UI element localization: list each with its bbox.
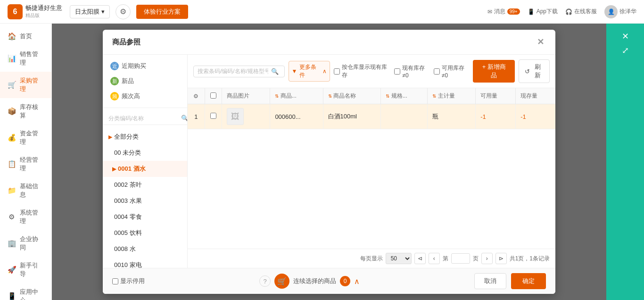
logo-area: 6 畅捷通好生意 精品版 [8,4,64,19]
refresh-button[interactable]: ↺ 刷新 [519,59,550,83]
show-disabled-label[interactable]: 显示停用 [112,277,145,285]
row-checkbox-cell [205,104,222,129]
footer-cart-area: ? 🛒 连续选择的商品 0 ∧ [259,274,360,289]
sidebar-item-finance[interactable]: 💰 资金管理 [0,125,51,151]
sidebar: 🏠 首页 📊 销售管理 🛒 采购管理 📦 库存核算 💰 资金管理 📋 经营管理 … [0,24,52,300]
current-stock-checkbox[interactable] [394,68,400,75]
online-service-btn[interactable]: 🎧 在线客服 [565,8,597,16]
collapse-icon[interactable]: ∧ [354,277,360,286]
search-icon[interactable]: 🔍 [271,68,279,75]
messages-btn[interactable]: ✉ 消息 99+ [487,8,520,16]
tree-item-liquor[interactable]: ▶ 0001 酒水 [103,161,187,177]
col-spec-header[interactable]: ⇅ 规格... [381,88,428,104]
tree-item-snack[interactable]: 0004 零食 [103,209,187,225]
tree-item-uncategorized[interactable]: 00 未分类 [103,145,187,161]
select-all-checkbox[interactable] [210,92,216,99]
tree-search-icon[interactable]: 🔍 [181,115,188,122]
row-spec-cell [381,104,428,129]
last-page-button[interactable]: ⊳ [495,253,507,264]
message-icon: ✉ [487,8,492,15]
per-page-select[interactable]: 50 100 200 [386,253,412,264]
tree-item-beverage[interactable]: 0005 饮料 [103,225,187,241]
messages-badge: 99+ [507,8,520,15]
filter-more-button[interactable]: ▼ 更多条件 ∧ [289,61,330,82]
trial-button[interactable]: 体验行业方案 [136,5,188,19]
enterprise-icon: 🏢 [8,239,16,248]
category-tree-panel: 近 近期购买 新 新品 频 频次高 [103,55,188,268]
row-num: 1 [188,104,205,129]
sidebar-item-purchase[interactable]: 🛒 采购管理 [0,72,51,98]
current-stock-label[interactable]: 现有库存≠0 [394,64,430,79]
sidebar-item-management[interactable]: 📋 经营管理 [0,151,51,177]
product-search-box: 🔍 [193,66,285,77]
sidebar-item-sales[interactable]: 📊 销售管理 [0,45,51,72]
modal-body: 近 近期购买 新 新品 频 频次高 [103,55,555,268]
tree-search-input[interactable] [108,115,179,122]
tree-item-water[interactable]: 0008 水 [103,241,187,257]
sidebar-item-apps[interactable]: 📱 应用中心 [0,283,51,300]
sidebar-item-home[interactable]: 🏠 首页 [0,27,51,45]
user-area[interactable]: 👤 徐泽华 [604,5,636,18]
table-row[interactable]: 1 🖼 000600... 白酒100ml [188,104,555,129]
sidebar-item-base-info[interactable]: 📁 基础信息 [0,177,51,204]
col-checkbox [205,88,222,104]
refresh-icon: ↺ [525,68,530,75]
next-page-button[interactable]: › [481,253,493,264]
warehouse-filter-checkbox[interactable] [334,68,340,75]
quick-item-freq[interactable]: 频 频次高 [107,89,183,104]
quick-item-recent[interactable]: 近 近期购买 [107,58,183,74]
tree-item-tea[interactable]: 0002 茶叶 [103,177,187,193]
confirm-button[interactable]: 确定 [511,273,546,289]
app-download-btn[interactable]: 📱 App下载 [528,8,558,16]
top-nav: 6 畅捷通好生意 精品版 日太阳膜 ▾ ⚙ 体验行业方案 ✉ 消息 99+ 📱 … [0,0,644,24]
sidebar-item-system[interactable]: ⚙ 系统管理 [0,204,51,230]
product-table-panel: 🔍 ▼ 更多条件 ∧ 按仓库显示现有库存 [188,55,555,268]
available-stock-checkbox[interactable] [434,68,440,75]
finance-icon: 💰 [8,133,16,142]
tree-item-fruit[interactable]: 0003 水果 [103,193,187,209]
settings-icon[interactable]: ⚙ [116,4,131,19]
warehouse-filter-label[interactable]: 按仓库显示现有库存 [334,63,391,79]
available-stock-label[interactable]: 可用库存≠0 [434,64,470,79]
col-code-header[interactable]: ⇅ 商品... [270,88,323,104]
col-image-header: 商品图片 [222,88,270,104]
right-expand-icon[interactable]: ⤢ [622,45,629,56]
quick-item-new[interactable]: 新 新品 [107,74,183,89]
show-disabled-checkbox[interactable] [112,278,118,284]
modal-close-button[interactable]: ✕ [535,36,546,48]
product-table-wrapper: ⚙ 商品图片 [188,88,555,249]
cancel-button[interactable]: 取消 [474,273,506,289]
row-available-cell: -1 [476,104,516,129]
tree-item-appliance[interactable]: 0010 家电 [103,257,187,268]
col-unit-header[interactable]: ⇅ 主计量 [428,88,476,104]
settings-col-icon[interactable]: ⚙ [193,93,198,100]
system-icon: ⚙ [8,213,16,221]
prev-page-button[interactable]: ‹ [429,253,440,264]
first-page-button[interactable]: ⊲ [414,253,426,264]
footer-left: 显示停用 [112,277,145,285]
nav-right: ✉ 消息 99+ 📱 App下载 🎧 在线客服 👤 徐泽华 [487,5,636,18]
mobile-icon: 📱 [528,8,535,15]
product-search-input[interactable] [198,68,268,75]
help-icon[interactable]: ? [259,275,271,287]
col-available-header[interactable]: 可用量 [476,88,516,104]
col-settings: ⚙ [188,88,205,104]
row-image-cell: 🖼 [222,104,270,129]
logo-text: 畅捷通好生意 [25,4,62,12]
sidebar-item-inventory[interactable]: 📦 库存核算 [0,98,51,125]
sidebar-item-enterprise[interactable]: 🏢 企业协同 [0,230,51,257]
col-name-header[interactable]: ⇅ 商品名称 [323,88,381,104]
purchase-icon: 🛒 [8,81,16,89]
cart-button[interactable]: 🛒 [274,274,289,289]
nav-dropdown[interactable]: 日太阳膜 ▾ [70,5,110,18]
add-product-button[interactable]: + 新增商品 [473,60,515,83]
col-stock-header[interactable]: 现存量 [516,88,555,104]
tree-item-all[interactable]: ▶ 全部分类 [103,129,187,145]
page-number-input[interactable]: 1 [451,253,470,264]
row-select-checkbox[interactable] [210,113,216,119]
recent-icon: 近 [110,62,119,70]
pagination: 每页显示 50 100 200 ⊲ ‹ 第 1 页 › [188,249,555,268]
sidebar-item-guide[interactable]: 🚀 新手引导 [0,257,51,283]
filter-icon: ▼ [292,68,297,75]
right-close-icon[interactable]: ✕ [622,31,629,42]
